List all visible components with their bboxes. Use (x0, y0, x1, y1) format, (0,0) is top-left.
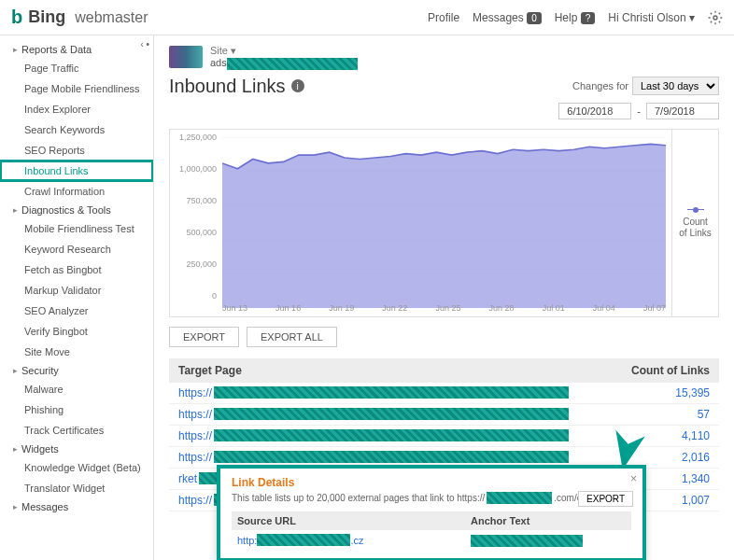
table-row[interactable]: https://57 (169, 404, 719, 426)
brand-webmaster: webmaster (75, 9, 148, 26)
sidebar-item[interactable]: SEO Analyzer (0, 301, 153, 321)
sidebar-item[interactable]: Markup Validator (0, 280, 153, 301)
chart: 0250,000500,000750,0001,000,0001,250,000… (169, 129, 719, 317)
sidebar-group[interactable]: ▸Security (0, 362, 153, 379)
help-badge: ? (581, 12, 596, 24)
messages-badge: 0 (527, 12, 542, 24)
legend-marker (687, 207, 704, 213)
popup-source-url[interactable]: http:.cz (237, 534, 433, 546)
close-icon[interactable]: × (630, 472, 637, 485)
brand-bing: Bing (28, 7, 65, 27)
table-row[interactable]: https://4,110 (169, 426, 719, 447)
table-header: Target Page Count of Links (169, 358, 719, 383)
popup-col-source: Source URL (237, 515, 433, 526)
range-select[interactable]: Last 30 days (632, 77, 719, 95)
popup-description: This table lists up to 20,000 external p… (232, 492, 631, 504)
redacted (471, 535, 583, 547)
page-title: Inbound Links i (169, 76, 304, 97)
messages-link[interactable]: Messages 0 (473, 11, 542, 24)
help-link[interactable]: Help ? (555, 11, 596, 24)
sidebar-item[interactable]: Keyword Research (0, 239, 153, 259)
sidebar-item[interactable]: Page Mobile Friendliness (0, 78, 153, 99)
table-row[interactable]: https://15,395 (169, 383, 719, 404)
sidebar-item[interactable]: Inbound Links (0, 161, 153, 181)
svg-point-0 (713, 16, 717, 20)
sidebar-group[interactable]: ▸Diagnostics & Tools (0, 202, 153, 218)
greeting[interactable]: Hi Christi Olson ▾ (608, 11, 695, 24)
sidebar-item[interactable]: Knowledge Widget (Beta) (0, 457, 153, 478)
date-start[interactable]: 6/10/2018 (558, 103, 631, 119)
link-details-popup: × Link Details This table lists up to 20… (217, 465, 646, 560)
collapse-icon[interactable]: ‹ • (140, 39, 149, 49)
sidebar-item[interactable]: SEO Reports (0, 140, 153, 161)
info-icon[interactable]: i (291, 79, 304, 92)
popup-col-anchor: Anchor Text (471, 515, 529, 526)
bing-b-icon: b (11, 7, 22, 28)
sidebar-item[interactable]: Track Certificates (0, 420, 153, 441)
brand-logo[interactable]: b Bing webmaster (11, 7, 148, 28)
sidebar-item[interactable]: Mobile Friendliness Test (0, 218, 153, 239)
sidebar-group[interactable]: ▸Messages (0, 498, 153, 515)
sidebar-item[interactable]: Verify Bingbot (0, 321, 153, 342)
sidebar-item[interactable]: Page Traffic (0, 58, 153, 78)
sidebar-item[interactable]: Phishing (0, 399, 153, 420)
gear-icon[interactable] (708, 10, 723, 25)
export-all-button[interactable]: EXPORT ALL (247, 327, 337, 347)
sidebar-item[interactable]: Index Explorer (0, 99, 153, 119)
date-end[interactable]: 7/9/2018 (646, 103, 719, 119)
sidebar-item[interactable]: Crawl Information (0, 181, 153, 202)
redacted (227, 58, 358, 70)
profile-link[interactable]: Profile (428, 11, 459, 24)
export-button[interactable]: EXPORT (169, 327, 239, 347)
site-label[interactable]: Site ▾ (210, 45, 358, 57)
sidebar-item[interactable]: Fetch as Bingbot (0, 259, 153, 280)
site-thumbnail (169, 46, 203, 68)
sidebar-item[interactable]: Malware (0, 379, 153, 399)
sidebar-item[interactable]: Site Move (0, 342, 153, 362)
popup-title: Link Details (232, 476, 631, 489)
legend-label: Countof Links (679, 217, 711, 239)
changes-for: Changes for Last 30 days (572, 77, 719, 95)
sidebar-group[interactable]: ▸Reports & Data (0, 41, 153, 58)
sidebar-group[interactable]: ▸Widgets (0, 441, 153, 457)
popup-export-button[interactable]: EXPORT (578, 491, 633, 507)
sidebar-item[interactable]: Translator Widget (0, 478, 153, 498)
sidebar-item[interactable]: Search Keywords (0, 119, 153, 140)
sidebar: ‹ • ▸Reports & DataPage TrafficPage Mobi… (0, 35, 154, 560)
